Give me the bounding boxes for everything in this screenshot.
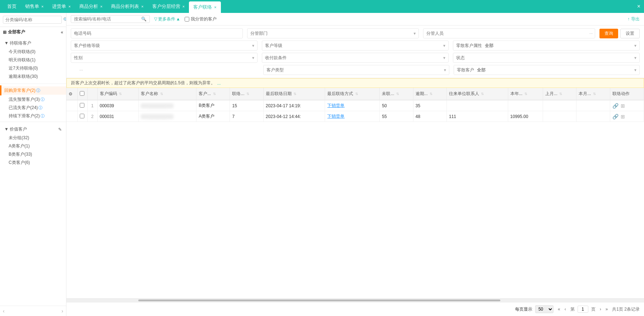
last-page-button[interactable]: » xyxy=(604,306,610,312)
sidebar-leaf-lost[interactable]: 已流失客户(24) ⓘ xyxy=(0,104,66,112)
sidebar-leaf-a-class[interactable]: A类客户(1) xyxy=(0,142,66,150)
action-qr-icon[interactable]: ⊞ xyxy=(621,114,625,119)
th-code[interactable]: 客户编码 ⇅ xyxy=(97,88,139,100)
filter-status-field[interactable]: 状态 ▼ xyxy=(453,53,640,63)
sidebar-leaf-declining[interactable]: 持续下滑客户(2) ⓘ xyxy=(0,112,66,120)
row-checkbox-0[interactable] xyxy=(80,103,84,108)
last-method-link[interactable]: 下销货单 xyxy=(327,103,344,108)
nav-product-list-close[interactable]: × xyxy=(141,4,143,9)
cell-checkbox[interactable] xyxy=(77,111,87,122)
filter-my-customers-checkbox[interactable] xyxy=(185,17,189,22)
filter-search-icon[interactable]: 🔍 xyxy=(141,16,147,22)
action-link-icon[interactable]: 🔗 xyxy=(612,103,618,109)
nav-product-analysis[interactable]: 商品分析 × xyxy=(75,0,107,13)
sidebar-leaf-repurchase[interactable]: 回购异常客户(2) ⓘ xyxy=(1,86,66,95)
filter-retail-customer-field[interactable]: 零散客户 全部 ▼ xyxy=(454,65,640,75)
filter-retail-attr-field[interactable]: 零散客户属性 全部 ▼ xyxy=(453,41,640,51)
settings-button[interactable]: 设置 xyxy=(620,29,640,38)
filter-customer-grade-field[interactable]: 客户等级 ▼ xyxy=(262,41,449,51)
next-page-button[interactable]: › xyxy=(598,306,603,312)
prev-page-button[interactable]: ‹ xyxy=(563,306,567,312)
nav-product-list[interactable]: 商品分析列表 × xyxy=(107,0,148,13)
sidebar-leaf-c-class[interactable]: C类客户(6) xyxy=(0,159,66,167)
th-last-month[interactable]: 上月... ⇅ xyxy=(543,88,576,100)
cell-checkbox[interactable] xyxy=(77,100,87,111)
sidebar-leaf-7days[interactable]: 近7天待联络(0) xyxy=(0,64,66,72)
nav-sales[interactable]: 销售单 × xyxy=(21,0,48,13)
th-settings[interactable]: ⚙ xyxy=(66,88,77,100)
sidebar-collapse-icon[interactable]: « xyxy=(61,30,63,35)
th-uncontacted[interactable]: 未联... ⇅ xyxy=(380,88,413,100)
page-number-input[interactable] xyxy=(578,306,588,313)
th-this-month[interactable]: 本月... ⇅ xyxy=(576,88,610,100)
sidebar-group-value-label[interactable]: ▼ 价值客户 ✎ xyxy=(0,125,66,134)
action-link-icon[interactable]: 🔗 xyxy=(612,114,618,119)
h-scroll-thumb[interactable] xyxy=(138,300,500,301)
filter-search-input[interactable] xyxy=(74,16,140,22)
per-page-select[interactable]: 50 20 100 xyxy=(535,305,553,313)
th-contact[interactable]: 联络... ⇅ xyxy=(230,88,263,100)
customer-table: ⚙ 客户编码 ⇅ 客户名称 ⇅ 客户... ⇅ 联络... ⇅ 最后联络日期 ⇅… xyxy=(66,88,644,122)
sidebar-leaf-tomorrow[interactable]: 明天待联络(1) xyxy=(0,56,66,64)
window-close-button[interactable]: × xyxy=(637,3,640,10)
filter-customer-type-field[interactable]: 客户类型 ▼ xyxy=(263,65,449,75)
th-this-year[interactable]: 本年... ⇅ xyxy=(508,88,543,100)
sidebar-leaf-lostwarning[interactable]: 流失预警客户(3) ⓘ xyxy=(0,95,66,104)
nav-customer-segment-close[interactable]: × xyxy=(182,4,185,9)
row-checkbox-1[interactable] xyxy=(80,114,84,118)
value-customer-edit-icon[interactable]: ✎ xyxy=(58,127,62,132)
th-checkbox[interactable] xyxy=(77,88,87,100)
nav-customer-contact-close[interactable]: × xyxy=(214,5,216,9)
horizontal-scrollbar[interactable] xyxy=(66,298,644,302)
cell-this-month xyxy=(576,100,610,111)
filter-phone-label: 电话号码 xyxy=(74,30,91,37)
sidebar-leaf-ungrouped[interactable]: 未分组(32) xyxy=(0,134,66,142)
cell-last-method[interactable]: 下销货单 xyxy=(325,100,380,111)
sidebar-prev-arrow[interactable]: ‹ xyxy=(3,308,5,314)
filter-gender-field[interactable]: 性别 ▼ xyxy=(71,53,258,63)
filter-person-more-icon[interactable]: ··· xyxy=(589,31,593,36)
nav-home[interactable]: 首页 xyxy=(3,0,21,13)
settings-icon[interactable]: ⚙ xyxy=(69,91,73,96)
th-last-method[interactable]: 最后联络方式 ⇅ xyxy=(325,88,380,100)
filter-more-dots[interactable]: ··· xyxy=(79,67,83,72)
sidebar-search-input[interactable] xyxy=(3,16,62,24)
th-company-contact[interactable]: 往来单位联系人 ⇅ xyxy=(447,88,508,100)
nav-purchase[interactable]: 进货单 × xyxy=(48,0,75,13)
sidebar-group-waiting-label[interactable]: ▼ 待联络客户 xyxy=(0,39,66,48)
sidebar-leaf-today[interactable]: 今天待联络(0) xyxy=(0,48,66,56)
th-type[interactable]: 客户... ⇅ xyxy=(196,88,230,100)
th-overdue[interactable]: 逾期... ⇅ xyxy=(413,88,446,100)
nav-purchase-close[interactable]: × xyxy=(68,4,70,9)
export-button[interactable]: ↑ 导出 xyxy=(627,16,640,22)
filter-row-3: 性别 ▼ 收付款条件 ▼ 状态 ▼ xyxy=(71,53,640,63)
th-name[interactable]: 客户名称 ⇅ xyxy=(139,88,196,100)
action-qr-icon[interactable]: ⊞ xyxy=(621,103,625,109)
first-page-button[interactable]: « xyxy=(556,306,562,312)
last-method-link[interactable]: 下销货单 xyxy=(327,114,344,119)
select-all-checkbox[interactable] xyxy=(80,91,84,96)
filter-price-grade-field[interactable]: 客户价格等级 ▼ xyxy=(71,41,258,51)
tooltip-more-link[interactable]: ... xyxy=(217,81,221,86)
filter-dept-field[interactable]: 分管部门 ▼ xyxy=(247,28,419,38)
filter-payment-field[interactable]: 收付款条件 ▼ xyxy=(262,53,449,63)
filter-phone-field[interactable]: 电话号码 xyxy=(71,28,243,38)
cell-last-method[interactable]: 下销货单 xyxy=(325,111,380,122)
sidebar-leaf-overdue[interactable]: 逾期未联络(30) xyxy=(0,72,66,81)
sidebar-next-arrow[interactable]: › xyxy=(61,308,63,314)
filter-phone-input[interactable] xyxy=(93,31,240,36)
cell-uncontacted: 50 xyxy=(380,100,413,111)
th-last-date[interactable]: 最后联络日期 ⇅ xyxy=(263,88,325,100)
sidebar-leaf-b-class[interactable]: B类客户(33) xyxy=(0,150,66,159)
th-action: 联络动作 xyxy=(610,88,644,100)
filter-more-conditions[interactable]: ▽ 更多条件 ▲ xyxy=(154,16,180,22)
sort-this-year-icon: ⇅ xyxy=(524,92,527,96)
query-button[interactable]: 查询 xyxy=(599,29,618,38)
nav-customer-segment[interactable]: 客户分层经营 × xyxy=(148,0,189,13)
nav-sales-close[interactable]: × xyxy=(41,4,43,9)
sidebar-search-icon[interactable]: 🔍 xyxy=(63,17,66,22)
nav-product-analysis-close[interactable]: × xyxy=(100,4,102,9)
cell-type: B类客户 xyxy=(196,100,230,111)
nav-customer-contact[interactable]: 客户联络 × xyxy=(189,1,221,13)
filter-person-field[interactable]: 分管人员 ··· xyxy=(423,28,595,38)
